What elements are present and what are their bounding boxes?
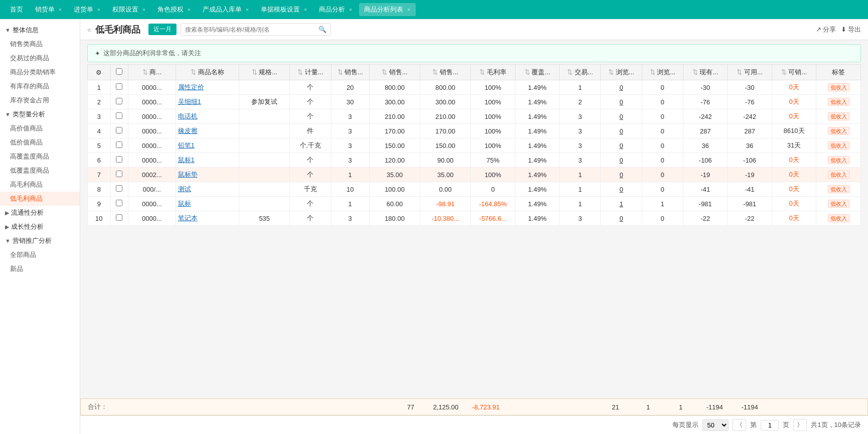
cell-view1[interactable]: 0: [601, 109, 642, 124]
nav-purchase[interactable]: 进货单 ×: [69, 3, 105, 16]
cell-name[interactable]: 测试: [176, 182, 239, 197]
sidebar-item-high-value[interactable]: 高价值商品: [0, 121, 80, 135]
cell-code: 0000...: [128, 197, 176, 211]
sidebar-group-marketing[interactable]: ▼ 营销推广分析: [0, 234, 80, 248]
sort-icon-view2[interactable]: ⇅: [650, 68, 655, 76]
close-role-tab[interactable]: ×: [188, 7, 191, 13]
cell-view1[interactable]: 0: [601, 124, 642, 138]
cell-name[interactable]: 吴细细1: [176, 95, 239, 109]
row-checkbox[interactable]: [116, 156, 122, 163]
sidebar-collapse-button[interactable]: «: [87, 26, 91, 34]
row-checkbox[interactable]: [116, 171, 122, 177]
sidebar-item-in-stock[interactable]: 有库存的商品: [0, 79, 80, 93]
export-button[interactable]: ⬇ 导出: [841, 25, 861, 34]
sidebar-group-type-analysis[interactable]: ▼ 类型量分析: [0, 107, 80, 121]
sort-icon-spec[interactable]: ⇅: [252, 68, 257, 76]
row-checkbox[interactable]: [116, 214, 122, 221]
sort-icon-profit[interactable]: ⇅: [432, 68, 438, 76]
sidebar-item-high-coverage[interactable]: 高覆盖度商品: [0, 150, 80, 164]
sidebar-group-growth[interactable]: ▶ 成长性分析: [0, 220, 80, 234]
sidebar-item-high-profit[interactable]: 高毛利商品: [0, 178, 80, 192]
nav-product-analysis-list[interactable]: 商品分析列表 ×: [359, 3, 415, 16]
cell-view1[interactable]: 1: [601, 197, 642, 211]
search-input[interactable]: [185, 26, 316, 33]
select-all-checkbox[interactable]: [116, 68, 122, 75]
cell-name[interactable]: 铅笔1: [176, 138, 239, 153]
cell-view1[interactable]: 0: [601, 211, 642, 226]
sort-icon-qty[interactable]: ⇅: [337, 68, 343, 76]
cell-name[interactable]: 橡皮擦: [176, 124, 239, 138]
sort-icon-sale[interactable]: ⇅: [781, 68, 787, 76]
page-size-select[interactable]: 50 100 200: [703, 419, 729, 431]
prev-page-button[interactable]: 〈: [733, 419, 746, 431]
search-icon[interactable]: 🔍: [318, 26, 326, 33]
cell-name[interactable]: 电话机: [176, 109, 239, 124]
cell-tag: 低收入: [816, 211, 861, 226]
sidebar-item-low-coverage[interactable]: 低覆盖度商品: [0, 164, 80, 178]
sidebar-item-traded[interactable]: 交易过的商品: [0, 51, 80, 65]
nav-product-entry[interactable]: 产成品入库单 ×: [198, 3, 254, 16]
sidebar-item-all-products[interactable]: 全部商品: [0, 248, 80, 262]
close-product-entry-tab[interactable]: ×: [246, 7, 249, 13]
next-page-button[interactable]: 〉: [793, 419, 807, 431]
nav-template[interactable]: 单据模板设置 ×: [256, 3, 312, 16]
row-checkbox[interactable]: [116, 112, 122, 119]
nav-product-analysis[interactable]: 商品分析 ×: [314, 3, 357, 16]
close-permission-tab[interactable]: ×: [142, 7, 145, 13]
cell-view1[interactable]: 0: [601, 153, 642, 168]
close-sales-tab[interactable]: ×: [59, 7, 62, 13]
nav-permission[interactable]: 权限设置 ×: [107, 3, 150, 16]
nav-home[interactable]: 首页: [5, 3, 28, 16]
sidebar-group-circulation[interactable]: ▶ 流通性分析: [0, 206, 80, 220]
nav-sales[interactable]: 销货单 ×: [30, 3, 67, 16]
sidebar-item-stock-fund[interactable]: 库存资金占用: [0, 93, 80, 107]
sort-icon-code[interactable]: ⇅: [142, 68, 148, 76]
period-button[interactable]: 近一月: [148, 24, 177, 35]
sort-icon-cover[interactable]: ⇅: [525, 68, 530, 76]
sort-icon-unit[interactable]: ⇅: [297, 68, 303, 76]
cell-view1[interactable]: 0: [601, 182, 642, 197]
sort-icon-name[interactable]: ⇅: [191, 68, 196, 76]
row-checkbox[interactable]: [116, 185, 122, 192]
cell-profit: -98.91: [420, 197, 471, 211]
cell-view2: 0: [642, 138, 683, 153]
close-template-tab[interactable]: ×: [304, 7, 307, 13]
cell-view1[interactable]: 0: [601, 80, 642, 95]
cell-name[interactable]: 鼠标: [176, 197, 239, 211]
close-product-analysis-list-tab[interactable]: ×: [407, 7, 410, 13]
share-button[interactable]: ↗ 分享: [816, 25, 836, 34]
cell-name[interactable]: 鼠标1: [176, 153, 239, 168]
cell-view1[interactable]: 0: [601, 138, 642, 153]
cell-view1[interactable]: 0: [601, 168, 642, 182]
cell-name[interactable]: 鼠标垫: [176, 168, 239, 182]
row-checkbox[interactable]: [116, 200, 122, 206]
sort-icon-curr[interactable]: ⇅: [692, 68, 698, 76]
sidebar-item-category-rate[interactable]: 商品分类助销率: [0, 65, 80, 79]
sort-icon-avail[interactable]: ⇅: [737, 68, 742, 76]
table-wrapper[interactable]: ⚙ ⇅ 商... ⇅ 商品名称 ⇅ 规格...: [80, 64, 868, 398]
sidebar-item-low-profit[interactable]: 低毛利商品: [0, 192, 80, 206]
cell-name[interactable]: 笔记本: [176, 211, 239, 226]
row-checkbox[interactable]: [116, 127, 122, 133]
sort-icon-trade[interactable]: ⇅: [567, 68, 573, 76]
sidebar-group-overall[interactable]: ▼ 整体信息: [0, 23, 80, 37]
sidebar-item-low-value[interactable]: 低价值商品: [0, 135, 80, 150]
row-checkbox[interactable]: [116, 141, 122, 148]
page-input[interactable]: [761, 420, 779, 430]
cell-sale: 0天: [772, 109, 816, 124]
sort-icon-view1[interactable]: ⇅: [608, 68, 614, 76]
sort-icon-margin[interactable]: ⇅: [479, 68, 485, 76]
gear-icon[interactable]: ⚙: [96, 69, 102, 76]
cell-unit: 个: [290, 95, 331, 109]
row-checkbox[interactable]: [116, 98, 122, 104]
sidebar-item-new-products[interactable]: 新品: [0, 262, 80, 276]
close-product-analysis-tab[interactable]: ×: [349, 7, 352, 13]
close-purchase-tab[interactable]: ×: [97, 7, 100, 13]
sort-icon-price[interactable]: ⇅: [382, 68, 387, 76]
row-checkbox[interactable]: [116, 83, 122, 90]
cell-name[interactable]: 属性定价: [176, 80, 239, 95]
sidebar-item-sales-products[interactable]: 销售类商品: [0, 37, 80, 51]
sidebar-group-overall-label: 整体信息: [13, 26, 39, 35]
cell-view1[interactable]: 0: [601, 95, 642, 109]
nav-role[interactable]: 角色授权 ×: [152, 3, 196, 16]
